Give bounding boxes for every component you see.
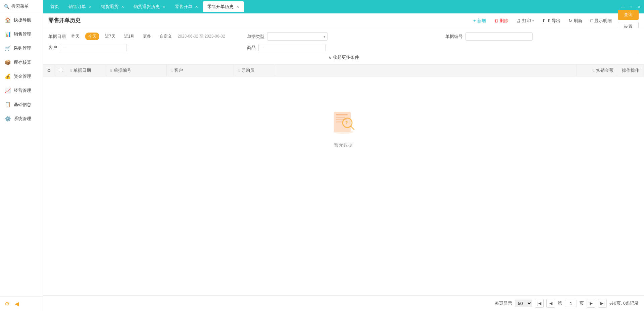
date-btn-last7[interactable]: 近7天 <box>102 33 118 40</box>
sidebar-item-finance[interactable]: 💰 资金管理 <box>0 69 43 84</box>
tab-sales-return-history[interactable]: 销货退货历史 ✕ <box>129 1 170 12</box>
filter-customer-label: 客户 <box>48 45 57 51</box>
filter-num-input[interactable] <box>465 32 533 41</box>
money-icon: 💰 <box>5 73 11 80</box>
date-btn-custom[interactable]: 自定义 <box>157 33 175 40</box>
tab-retail-open-label: 零售开单 <box>175 4 192 10</box>
close-btn[interactable]: ✕ <box>637 4 641 9</box>
sidebar-item-purchase-mgmt[interactable]: 🛒 采购管理 <box>0 41 43 55</box>
refresh-label: 刷新 <box>574 18 582 24</box>
collapse-sidebar-icon[interactable]: ◀ <box>15 301 19 307</box>
sidebar-item-label: 资金管理 <box>14 73 31 80</box>
tab-sales-order-close[interactable]: ✕ <box>89 5 92 9</box>
export-icon: ⬆ <box>542 18 546 23</box>
filter-collapse-btn[interactable]: ∧ 收起更多条件 <box>48 53 639 62</box>
display-detail-button[interactable]: □ 显示明细 <box>588 16 614 25</box>
maximize-btn[interactable]: □ <box>629 4 633 9</box>
sidebar-item-quick-nav[interactable]: 🏠 快捷导航 <box>0 13 43 27</box>
date-btn-last-month[interactable]: 近1月 <box>121 33 138 40</box>
empty-cell: ? 暂无数据 <box>43 76 644 169</box>
sidebar-item-inventory[interactable]: 📦 库存核算 <box>0 55 43 69</box>
last-page-btn[interactable]: ▶| <box>598 299 607 308</box>
filter-date-label: 单据日期 <box>48 34 66 40</box>
filter-collapse-label: 收起更多条件 <box>333 54 359 60</box>
delete-label: 删除 <box>500 18 508 24</box>
per-page-select[interactable]: 50 100 200 <box>515 300 532 307</box>
prev-page-btn[interactable]: ◀ <box>546 299 555 308</box>
th-customer[interactable]: ⇅客户 <box>166 65 234 76</box>
per-page-label: 每页显示 <box>495 300 512 306</box>
date-btn-yesterday[interactable]: 昨天 <box>68 33 83 40</box>
filter-row-1: 单据日期 昨天 今天 近7天 近1月 更多 自定义 2023-06-02 至 2… <box>48 32 639 41</box>
sidebar-item-operation[interactable]: 📈 经营管理 <box>0 84 43 98</box>
display-label: 显示明细 <box>594 18 612 24</box>
export-button[interactable]: ⬆ ⬆ 导出 <box>540 16 563 25</box>
svg-rect-5 <box>336 121 343 122</box>
table-body: ? 暂无数据 <box>43 76 644 169</box>
date-btn-more[interactable]: 更多 <box>140 33 154 40</box>
sidebar-item-label: 快捷导航 <box>14 17 31 23</box>
svg-line-7 <box>351 126 354 129</box>
filter-area: 单据日期 昨天 今天 近7天 近1月 更多 自定义 2023-06-02 至 2… <box>43 28 644 65</box>
page-end-label: 页 <box>580 300 584 306</box>
sidebar-search-label: 搜索采单 <box>11 3 29 9</box>
sidebar-item-sales-mgmt[interactable]: 📊 销售管理 <box>0 27 43 41</box>
tab-retail-open-history[interactable]: 零售开单历史 ✕ <box>203 1 244 12</box>
th-num[interactable]: ⇅单据编号 <box>106 65 166 76</box>
th-rest <box>274 65 577 76</box>
empty-state: ? 暂无数据 <box>43 76 644 168</box>
chevron-up-icon: ∧ <box>328 55 332 60</box>
tab-retail-open-close[interactable]: ✕ <box>195 5 198 9</box>
select-all-checkbox[interactable] <box>59 68 63 72</box>
minimize-btn[interactable]: — <box>621 4 625 9</box>
print-arrow: ▾ <box>532 19 534 22</box>
filter-num-label: 单据编号 <box>445 34 463 40</box>
settings-footer-icon[interactable]: ⚙ <box>5 301 9 307</box>
filter-customer-input[interactable]: ··· <box>60 44 127 51</box>
sidebar-item-sys-mgmt[interactable]: ⚙️ 系统管理 <box>0 112 43 126</box>
filter-type-label: 单据类型 <box>247 34 264 40</box>
next-page-btn[interactable]: ▶ <box>587 299 595 308</box>
cart-icon: 🛒 <box>5 45 11 51</box>
th-amount[interactable]: ⇅实销金额 <box>577 65 617 76</box>
filter-type-select[interactable] <box>267 32 328 41</box>
tab-sales-return-history-close[interactable]: ✕ <box>162 5 165 9</box>
home-icon: 🏠 <box>5 17 11 23</box>
tab-sales-order[interactable]: 销售订单 ✕ <box>64 1 96 12</box>
content-area: ⚙ ⇅单据日期 ⇅单据编号 ⇅客户 ⇅导购员 ⇅实销金额 操作操作 <box>43 65 644 311</box>
delete-button[interactable]: 🗑 删除 <box>492 16 510 25</box>
filter-num-cell: 单据编号 <box>445 32 639 41</box>
th-date[interactable]: ⇅单据日期 <box>66 65 106 76</box>
date-btn-today[interactable]: 今天 <box>85 33 99 40</box>
print-button[interactable]: 🖨 打印 ▾ <box>514 16 536 25</box>
trend-icon: 📈 <box>5 88 11 94</box>
th-check[interactable] <box>55 65 66 76</box>
th-gear[interactable]: ⚙ <box>43 65 55 76</box>
print-label: 打印 <box>522 18 531 24</box>
tab-retail-open[interactable]: 零售开单 ✕ <box>170 1 203 12</box>
add-button[interactable]: + 新增 <box>471 16 488 25</box>
refresh-button[interactable]: ↻ 刷新 <box>566 16 584 25</box>
empty-text: 暂无数据 <box>334 142 353 148</box>
tab-retail-open-history-close[interactable]: ✕ <box>236 5 239 9</box>
first-page-btn[interactable]: |◀ <box>535 299 544 308</box>
trash-icon: 🗑 <box>494 18 498 23</box>
filter-row-2: 客户 ··· 商品 ··· <box>48 44 639 51</box>
tab-sales-return[interactable]: 销货退货 ✕ <box>96 1 129 12</box>
th-guide[interactable]: ⇅导购员 <box>234 65 274 76</box>
tab-home[interactable]: 首页 <box>46 1 64 12</box>
filter-goods-input[interactable]: ··· <box>258 44 326 51</box>
page-title: 零售开单历史 <box>48 17 81 24</box>
sidebar: 🔍 搜索采单 🏠 快捷导航 📊 销售管理 🛒 采购管理 📦 库存核算 💰 资金管… <box>0 0 43 311</box>
page-input[interactable] <box>565 300 577 307</box>
sidebar-nav: 🏠 快捷导航 📊 销售管理 🛒 采购管理 📦 库存核算 💰 资金管理 📈 经营管… <box>0 13 43 296</box>
sidebar-item-label: 系统管理 <box>14 116 31 122</box>
box-icon: 📦 <box>5 59 11 65</box>
pagination: 每页显示 50 100 200 |◀ ◀ 第 页 ▶ ▶| 共0页, 0条记录 <box>43 295 644 311</box>
sidebar-item-label: 销售管理 <box>14 31 31 37</box>
sidebar-search[interactable]: 🔍 搜索采单 <box>0 0 43 13</box>
tab-sales-return-close[interactable]: ✕ <box>121 5 124 9</box>
sidebar-item-basic-info[interactable]: 📋 基础信息 <box>0 98 43 112</box>
data-table: ⚙ ⇅单据日期 ⇅单据编号 ⇅客户 ⇅导购员 ⇅实销金额 操作操作 <box>43 65 644 168</box>
query-button[interactable]: 查询 <box>618 10 639 20</box>
